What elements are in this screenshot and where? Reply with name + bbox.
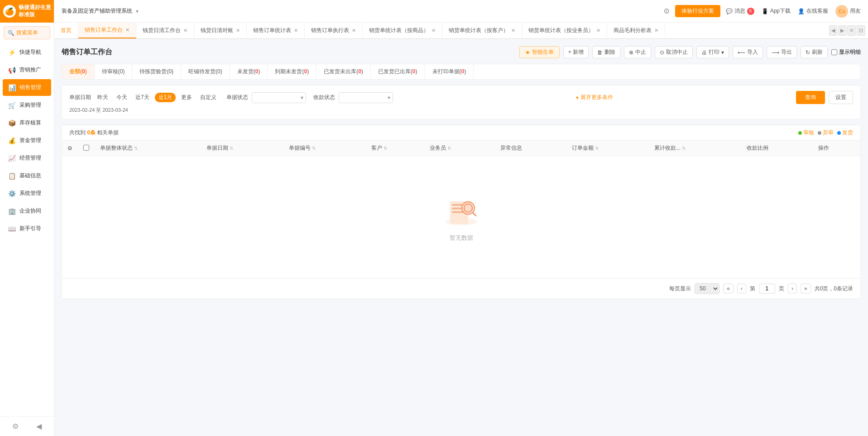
tab-close-cash-reconcile[interactable]: ✕ <box>236 28 240 33</box>
date-today[interactable]: 今天 <box>114 93 130 102</box>
filter-tab-not-printed[interactable]: 未打印单据(0) <box>425 64 474 79</box>
solution-button[interactable]: 体验行业方案 <box>675 5 720 17</box>
tab-nav-prev[interactable]: ◀ <box>829 25 837 36</box>
filter-setting-button[interactable]: 设置 <box>829 91 853 104</box>
system-dropdown-icon[interactable]: ▾ <box>136 8 139 14</box>
filter-tab-pending-inspect[interactable]: 待拣货验货(0) <box>132 64 181 79</box>
show-detail-checkbox-wrap[interactable]: 显示明细 <box>831 48 861 56</box>
sidebar-item-quick-nav[interactable]: ⚡ 快捷导航 <box>3 44 51 61</box>
online-service-button[interactable]: 👤 在线客服 <box>798 7 828 15</box>
date-custom[interactable]: 自定义 <box>197 93 219 102</box>
cancel-suspend-icon: ⊙ <box>660 49 664 56</box>
query-button[interactable]: 查询 <box>796 91 825 104</box>
page-next-button[interactable]: › <box>788 284 797 294</box>
tab-sales-summary-staff[interactable]: 销货单统计表（按业务员） ✕ <box>522 23 607 38</box>
status-filter: 单据状态 <box>226 92 306 103</box>
sidebar-bottom: ⚙ ◀ <box>0 416 54 436</box>
sort-collected-icon[interactable]: ⇅ <box>682 146 686 151</box>
page-size-select[interactable]: 50 10 20 100 <box>695 283 719 294</box>
expand-filter-button[interactable]: ▾ 展开更多条件 <box>576 94 613 101</box>
tab-close-sales-summary-product[interactable]: ✕ <box>432 28 436 33</box>
tab-nav-next[interactable]: ▶ <box>838 25 846 36</box>
page-number-input[interactable] <box>759 284 775 294</box>
sort-status-icon[interactable]: ⇅ <box>134 146 138 151</box>
date-last1m[interactable]: 近1月 <box>155 93 176 102</box>
tab-sales-summary-product[interactable]: 销货单统计表（按商品） ✕ <box>363 23 442 38</box>
page-prev-button[interactable]: ‹ <box>737 284 746 294</box>
sidebar-item-finance[interactable]: 💰 资金管理 <box>3 132 51 149</box>
import-button[interactable]: ⟵ 导入 <box>733 46 763 58</box>
col-checkbox-header[interactable] <box>78 141 95 156</box>
suspend-button[interactable]: ⊗ 中止 <box>624 46 651 58</box>
sidebar-item-base-info[interactable]: 📋 基础信息 <box>3 167 51 184</box>
tab-close-sales-summary-customer[interactable]: ✕ <box>511 28 515 33</box>
sidebar-item-enterprise[interactable]: 🏢 企业协同 <box>3 203 51 219</box>
review-action-button[interactable]: 审核 <box>798 129 814 137</box>
sidebar-item-system[interactable]: ⚙️ 系统管理 <box>3 185 51 202</box>
filter-tab-shipped-not-out[interactable]: 已发货未出库(0) <box>317 64 371 79</box>
ship-action-button[interactable]: 发货 <box>837 129 853 137</box>
sort-amount-icon[interactable]: ⇅ <box>595 146 599 151</box>
sidebar-item-purchase[interactable]: 🛒 采购管理 <box>3 97 51 114</box>
tab-cash-reconcile[interactable]: 钱货日清对账 ✕ <box>194 23 247 38</box>
tab-close-sales-summary-staff[interactable]: ✕ <box>596 28 600 33</box>
cancel-review-action-button[interactable]: 弃审 <box>818 129 834 137</box>
sidebar-item-marketing[interactable]: 📢 营销推广 <box>3 62 51 78</box>
tab-close-goods-margin[interactable]: ✕ <box>654 28 658 33</box>
tab-close-cash-daily[interactable]: ✕ <box>183 28 187 33</box>
col-config[interactable]: ⚙ <box>62 141 78 156</box>
sidebar-item-guide[interactable]: 📖 新手引导 <box>3 220 51 237</box>
show-detail-checkbox[interactable] <box>831 49 837 55</box>
sort-customer-icon[interactable]: ⇅ <box>384 146 387 151</box>
filter-tab-shipped-out[interactable]: 已发货已出库(0) <box>371 64 425 79</box>
filter-tab-not-shipped[interactable]: 未发货(0) <box>230 64 268 79</box>
user-profile-button[interactable]: Ea 用友 <box>835 5 861 18</box>
page-first-button[interactable]: « <box>723 284 734 294</box>
sidebar-item-inventory[interactable]: 📦 库存核算 <box>3 114 51 131</box>
date-yesterday[interactable]: 昨天 <box>95 93 111 102</box>
tab-sales-summary-customer[interactable]: 销货单统计表（按客户） ✕ <box>442 23 522 38</box>
filter-tab-expired-not-shipped[interactable]: 到期未发货(0) <box>268 64 317 79</box>
refresh-button[interactable]: ↻ 刷新 <box>801 46 828 58</box>
sort-date-icon[interactable]: ⇅ <box>230 146 233 151</box>
page-last-button[interactable]: » <box>801 284 811 294</box>
date-last7[interactable]: 近7天 <box>133 93 152 102</box>
pagination: 每页显示 50 10 20 100 « ‹ 第 页 › » 共0页，0条记录 <box>62 278 860 299</box>
settings-icon[interactable]: ⚙ <box>663 7 670 15</box>
tab-sales-stat[interactable]: 销售订单统计表 ✕ <box>247 23 305 38</box>
sort-number-icon[interactable]: ⇅ <box>312 146 316 151</box>
message-button[interactable]: 💬 消息 6 <box>726 7 754 15</box>
tab-close-sales-exec[interactable]: ✕ <box>352 28 356 33</box>
sidebar-item-operations[interactable]: 📈 经营管理 <box>3 150 51 166</box>
filter-tab-all[interactable]: 全部(0) <box>62 64 95 79</box>
tab-cash-daily[interactable]: 钱货日清工作台 ✕ <box>136 23 194 38</box>
settings-button[interactable]: ⚙ <box>10 420 20 432</box>
tab-maximize[interactable]: ⊡ <box>857 25 865 36</box>
smart-generate-button[interactable]: ★ 智能生单 <box>519 46 560 58</box>
tab-close-sales-workbench[interactable]: ✕ <box>125 27 129 33</box>
tab-home[interactable]: 首页 <box>54 23 78 38</box>
collapse-button[interactable]: ◀ <box>34 420 43 432</box>
delete-button[interactable]: 🗑 删除 <box>592 46 620 58</box>
filter-tab-wangpu[interactable]: 旺铺待发货(0) <box>181 64 230 79</box>
select-all-checkbox[interactable] <box>83 145 89 151</box>
new-button[interactable]: + 新增 <box>563 46 589 58</box>
date-more[interactable]: 更多 <box>178 93 195 102</box>
export-button[interactable]: ⟶ 导出 <box>767 46 797 58</box>
cancel-suspend-button[interactable]: ⊙ 取消中止 <box>655 46 693 58</box>
payment-select[interactable] <box>339 92 393 103</box>
print-button[interactable]: 🖨 打印 ▾ <box>696 46 729 58</box>
sort-staff-icon[interactable]: ⇅ <box>447 146 451 151</box>
status-select[interactable] <box>252 92 306 103</box>
tab-sales-workbench[interactable]: 销售订单工作台 ✕ <box>78 23 136 38</box>
tab-close-all[interactable]: ✕ <box>847 25 856 36</box>
tab-close-sales-stat[interactable]: ✕ <box>294 28 298 33</box>
tab-goods-margin[interactable]: 商品毛利分析表 ✕ <box>607 23 665 38</box>
filter-tab-pending-review[interactable]: 待审核(0) <box>95 64 133 79</box>
tab-sales-exec[interactable]: 销售订单执行表 ✕ <box>305 23 363 38</box>
search-menu-button[interactable]: 🔍 搜索菜单 <box>4 26 50 39</box>
sidebar-item-sales[interactable]: 📊 销售管理 <box>3 79 51 96</box>
sidebar: 🍊 畅捷通好生意 标准版 🔍 搜索菜单 ⚡ 快捷导航 📢 营销推广 📊 销售管理… <box>0 0 54 436</box>
app-download-button[interactable]: 📱 App下载 <box>762 7 791 15</box>
filter-actions: 查询 设置 <box>796 91 853 104</box>
